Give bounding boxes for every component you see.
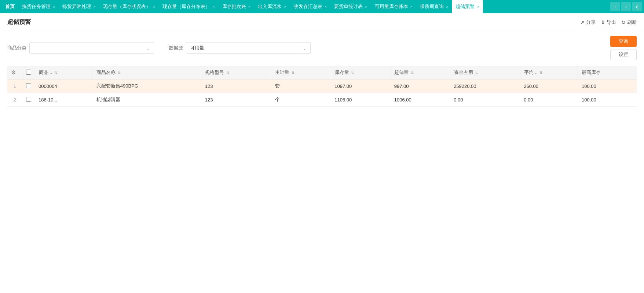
col-avg-label: 平均... [524,70,538,75]
row-maxstock: 100.00 [578,79,637,93]
nav-tab-4[interactable]: 现存量（库存分布表） × [159,0,218,13]
nav-tab-label-10: 保质期查询 [420,3,444,10]
export-icon: ⇓ [601,19,605,25]
category-select[interactable]: ⌄ [29,42,154,54]
page-title: 超储预警 [7,18,31,26]
row-product-code: 0000004 [35,79,93,93]
table-row: 1 0000004 六配套新昌490BPG 123 套 1097.00 997.… [7,79,637,93]
col-capital[interactable]: 资金占用 ⇅ [450,66,520,79]
col-unit[interactable]: 主计量 ⇅ [271,66,331,79]
refresh-icon: ↻ [621,19,626,25]
gear-icon[interactable]: ⚙ [11,69,16,75]
nav-tab-label-3: 现存量（库存状况表） [103,3,151,10]
nav-tab-11[interactable]: 超储预警 × [452,0,483,13]
row-maxstock: 100.00 [578,93,637,107]
row-checkbox[interactable] [26,97,31,102]
nav-tab-label-2: 拣货异常处理 [62,3,91,10]
col-product-code[interactable]: 商品... ⇅ [35,66,93,79]
nav-tab-7[interactable]: 收发存汇总表 × [290,0,330,13]
settings-button[interactable]: 设置 [610,49,637,60]
close-icon[interactable]: × [248,4,250,9]
row-avg: 0.00 [520,93,578,107]
page-content: 超储预警 ➚ 分享 ⇓ 导出 ↻ 刷新 商品分类 ⌄ 数据源 [0,13,644,293]
nav-tab-label-6: 出入库流水 [258,3,282,10]
nav-home-label: 首页 [5,3,15,10]
nav-next-button[interactable]: › [621,2,631,11]
datasource-select[interactable]: 可用量 ⌄ [186,42,311,54]
export-label: 导出 [607,19,616,26]
sort-icon: ⇅ [118,71,121,75]
nav-tab-label-5: 库存批次账 [222,3,246,10]
close-icon[interactable]: × [325,4,327,9]
nav-more-button[interactable]: ›| [632,2,642,11]
row-checkbox[interactable] [26,83,31,88]
sort-icon: ⇅ [411,71,414,75]
sort-icon: ⇅ [475,71,478,75]
chevron-down-icon: ⌄ [303,45,307,51]
close-icon[interactable]: × [410,4,413,9]
table-row: 2 186-10... 机油滤清器 123 个 1106.00 1006.00 … [7,93,637,107]
col-maxstock[interactable]: 最高库存 [578,66,637,79]
close-icon[interactable]: × [153,4,155,9]
filter-area: 商品分类 ⌄ 数据源 可用量 ⌄ 查询 设置 [0,30,644,66]
category-filter: 商品分类 ⌄ [7,42,154,54]
row-product-name: 六配套新昌490BPG [93,79,201,93]
close-icon[interactable]: × [365,4,367,9]
header-actions: ➚ 分享 ⇓ 导出 ↻ 刷新 [580,19,637,26]
row-product-name: 机油滤清器 [93,93,201,107]
col-stock[interactable]: 库存量 ⇅ [331,66,390,79]
sort-icon: ⇅ [351,71,354,75]
row-index: 1 [7,79,22,93]
nav-tab-2[interactable]: 拣货异常处理 × [59,0,99,13]
close-icon[interactable]: × [284,4,286,9]
col-overstock[interactable]: 超储量 ⇅ [391,66,450,79]
share-label: 分享 [586,19,596,26]
query-button[interactable]: 查询 [610,36,637,47]
nav-tab-10[interactable]: 保质期查询 × [416,0,452,13]
col-capital-label: 资金占用 [454,70,473,75]
page-header: 超储预警 ➚ 分享 ⇓ 导出 ↻ 刷新 [0,13,644,30]
row-checkbox-cell [22,79,35,93]
share-button[interactable]: ➚ 分享 [580,19,596,26]
close-icon[interactable]: × [53,4,55,9]
nav-tab-5[interactable]: 库存批次账 × [219,0,254,13]
sort-icon: ⇅ [292,71,294,75]
row-overstock: 997.00 [391,79,450,93]
sort-icon: ⇅ [226,71,229,75]
close-icon[interactable]: × [93,4,95,9]
nav-arrows: ‹ › ›| [610,2,643,11]
row-index: 2 [7,93,22,107]
share-icon: ➚ [580,19,585,25]
data-table-wrapper: ⚙ 商品... ⇅ 商品名称 ⇅ 规格型号 ⇅ [0,66,644,107]
table-header-row: ⚙ 商品... ⇅ 商品名称 ⇅ 规格型号 ⇅ [7,66,637,79]
chevron-down-icon: ⌄ [146,45,150,51]
nav-tab-home[interactable]: 首页 [1,0,18,13]
nav-prev-button[interactable]: ‹ [610,2,620,11]
col-avg[interactable]: 平均... ⇅ [520,66,578,79]
row-spec: 123 [201,79,271,93]
export-button[interactable]: ⇓ 导出 [601,19,616,26]
nav-tab-1[interactable]: 拣货任务管理 × [18,0,59,13]
datasource-filter: 数据源 可用量 ⌄ [169,42,311,54]
refresh-button[interactable]: ↻ 刷新 [621,19,637,26]
nav-tab-label-8: 要货单统计表 [334,3,363,10]
col-settings: ⚙ [7,66,22,79]
select-all-checkbox[interactable] [26,70,31,75]
nav-tab-8[interactable]: 要货单统计表 × [330,0,371,13]
nav-tab-3[interactable]: 现存量（库存状况表） × [99,0,159,13]
nav-tab-label-7: 收发存汇总表 [294,3,322,10]
nav-tab-label-9: 可用量库存账本 [375,3,408,10]
row-unit: 套 [271,79,331,93]
nav-tab-6[interactable]: 出入库流水 × [254,0,290,13]
row-capital: 0.00 [450,93,520,107]
top-navigation: 首页 拣货任务管理 × 拣货异常处理 × 现存量（库存状况表） × 现存量（库存… [0,0,644,13]
row-stock: 1106.00 [331,93,390,107]
nav-tab-9[interactable]: 可用量库存账本 × [371,0,416,13]
col-spec[interactable]: 规格型号 ⇅ [201,66,271,79]
close-icon[interactable]: × [446,4,448,9]
col-product-name[interactable]: 商品名称 ⇅ [93,66,201,79]
datasource-select-value: 可用量 [190,45,204,51]
close-icon[interactable]: × [477,4,479,9]
close-icon[interactable]: × [212,4,215,9]
datasource-filter-label: 数据源 [169,45,183,51]
